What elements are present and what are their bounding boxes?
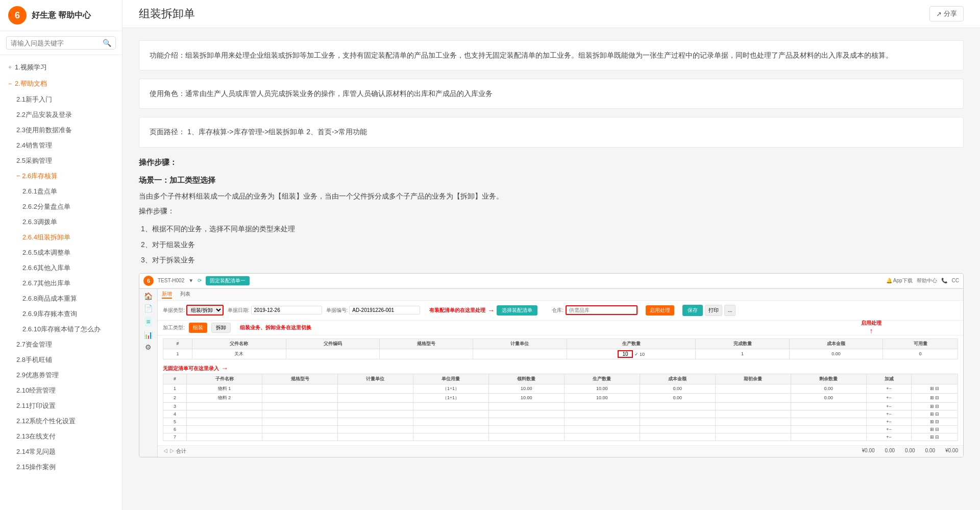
logo-icon: 6 xyxy=(8,6,27,25)
sidebar-item-system[interactable]: 2.12系统个性化设置 xyxy=(0,414,122,429)
ss-warehouse-field: 仓库: xyxy=(552,305,638,315)
sidebar-item-cost-adjust[interactable]: 2.6.5成本调整单 xyxy=(0,245,122,260)
ops-title: 操作步骤： xyxy=(139,158,964,167)
sidebar-item-finance[interactable]: 2.7资金管理 xyxy=(0,337,122,352)
sidebar-item-ledger-error[interactable]: 2.6.10库存账本错了怎么办 xyxy=(0,322,122,337)
table-row: 5+−⊞ ⊟ xyxy=(163,418,958,425)
footer-total1: ¥0.00 xyxy=(862,448,875,455)
btd-1: 1 xyxy=(163,384,187,393)
ss-nav-home[interactable]: 🏠 xyxy=(144,292,153,300)
annotation-noseries-arrow: ↓ xyxy=(220,367,228,370)
btd-name: 物料 1 xyxy=(187,384,262,393)
sidebar-item-sales[interactable]: 2.4销售管理 xyxy=(0,138,122,153)
sidebar-item-purchase[interactable]: 2.5采购管理 xyxy=(0,153,122,168)
table-row: 6+−⊞ ⊟ xyxy=(163,425,958,433)
sidebar-item-newbie[interactable]: 2.1新手入门 xyxy=(0,92,122,107)
table-row: 3+−⊞ ⊟ xyxy=(163,402,958,410)
ss-nav-list[interactable]: ≡ xyxy=(145,317,151,327)
btd-name2: 物料 2 xyxy=(187,393,262,402)
ss-confirm-btn[interactable]: 选择装配清单 xyxy=(497,305,537,315)
ss-warehouse-label: 仓库: xyxy=(552,307,564,314)
sidebar-item-install[interactable]: 2.2产品安装及登录 xyxy=(0,107,122,123)
ss-nav-doc[interactable]: 📄 xyxy=(144,304,153,312)
page-title: 组装拆卸单 xyxy=(139,6,195,21)
bth-remain: 剩余数量 xyxy=(791,374,866,384)
sidebar-item-transfer[interactable]: 2.6.3调拨单 xyxy=(0,214,122,230)
collapse-icon: − xyxy=(8,80,12,87)
sidebar-item-stocktake[interactable]: 2.6.1盘点单 xyxy=(0,184,122,199)
ss-type-assembly[interactable]: 组装 xyxy=(189,323,207,333)
sidebar-item-inventory[interactable]: − 2.6库存核算 xyxy=(0,168,122,184)
td-avail: 0 xyxy=(883,349,958,359)
table-row: 2 物料 2 （1÷1） 10.00 10.00 0.00 0.00 xyxy=(163,393,958,402)
ss-warehouse-input[interactable] xyxy=(566,305,638,315)
td-done: 1 xyxy=(696,349,789,359)
ss-more-btn[interactable]: ... xyxy=(724,305,736,316)
sidebar-item-partial-stocktake[interactable]: 2.6.2分量盘点单 xyxy=(0,199,122,214)
search-input[interactable] xyxy=(11,39,103,47)
td-1: 1 xyxy=(163,349,192,359)
footer-total3: 0.00 xyxy=(905,448,915,455)
screenshot-form-top: 单据类型: 组装/拆卸 单据日期: 单据编号: xyxy=(158,301,963,321)
annotation-handle-wrap: 启用处理 ↑ xyxy=(861,320,881,335)
ss-nav-settings[interactable]: ⚙ xyxy=(145,343,152,351)
sidebar-item-docs[interactable]: − 2.帮助文档 xyxy=(0,76,122,92)
table-row: 7+−⊞ ⊟ xyxy=(163,433,958,441)
sidebar-nav: + 1.视频学习 − 2.帮助文档 2.1新手入门 2.2产品安装及登录 2.3… xyxy=(0,55,122,510)
sidebar: 6 好生意 帮助中心 🔍 + 1.视频学习 − 2.帮助文档 2.1新手入门 xyxy=(0,0,122,510)
sidebar-item-faq[interactable]: 2.14常见问题 xyxy=(0,444,122,459)
ss-type-row-label: 加工类型: xyxy=(163,324,185,331)
nav-group-videos: + 1.视频学习 xyxy=(0,59,122,76)
ss-process-btn[interactable]: 启用处理 xyxy=(646,305,674,315)
sidebar-item-case[interactable]: 2.15操作案例 xyxy=(0,459,122,475)
table-row: 1 关木 ✓ 10 1 xyxy=(163,349,958,359)
sidebar-item-coupon[interactable]: 2.9优惠券管理 xyxy=(0,368,122,383)
topbar-series-btn[interactable]: 固定装配清单一 xyxy=(206,276,250,285)
th-prod-qty: 生产数量 xyxy=(567,338,696,349)
search-icon[interactable]: 🔍 xyxy=(103,39,111,47)
ops-label: 操作步骤： xyxy=(139,207,964,216)
scene1-para: 当由多个子件材料组装成一个成品的业务为【组装】业务，当由一个父件拆分成多个子产品… xyxy=(139,189,964,203)
bth-num: # xyxy=(163,374,187,384)
sidebar-header: 6 好生意 帮助中心 xyxy=(0,0,122,31)
topbar-dropdown-icon: ▼ xyxy=(188,278,193,283)
sidebar-search-area: 🔍 xyxy=(0,31,122,55)
ss-type-select[interactable]: 组装/拆卸 xyxy=(186,305,224,315)
ss-type-disassembly[interactable]: 拆卸 xyxy=(211,323,231,333)
sidebar-item-payment[interactable]: 2.13在线支付 xyxy=(0,429,122,444)
th-avail: 可用量 xyxy=(883,338,958,349)
sidebar-item-cost-recalc[interactable]: 2.6.8商品成本重算 xyxy=(0,291,122,306)
sidebar-item-other-in[interactable]: 2.6.6其他入库单 xyxy=(0,260,122,276)
path-text: 页面路径： 1、库存核算->库存管理->组装拆卸单 2、首页->常用功能 xyxy=(150,126,953,138)
td-prod-input[interactable] xyxy=(618,350,633,358)
ss-num-input[interactable] xyxy=(349,306,420,314)
ss-nav-chart[interactable]: 📊 xyxy=(144,331,153,339)
sidebar-item-ops[interactable]: 2.10经营管理 xyxy=(0,383,122,398)
topbar-refresh-icon: ⟳ xyxy=(198,278,202,283)
annotation-handle-text: 启用处理 xyxy=(861,320,881,327)
ss-annotation-series: 有装配清单的在这里处理 → 选择装配清单 xyxy=(429,305,537,315)
td-code xyxy=(286,349,379,359)
sidebar-item-ledger-query[interactable]: 2.6.9库存账本查询 xyxy=(0,306,122,322)
screenshot-type-row: 加工类型: 组装 拆卸 组装业务、拆卸业务在这里切换 启用处理 ↑ xyxy=(158,321,963,335)
ss-date-input[interactable] xyxy=(251,306,322,314)
ss-menu-list[interactable]: 列表 xyxy=(180,290,190,299)
annotation-series-text: 有装配清单的在这里处理 xyxy=(429,307,485,314)
ss-menu-new[interactable]: 新增 xyxy=(162,290,172,299)
ss-save-btn[interactable]: 保存 xyxy=(682,305,703,316)
ss-print-btn[interactable]: 打印 xyxy=(705,305,722,316)
sidebar-item-videos[interactable]: + 1.视频学习 xyxy=(0,59,122,76)
screenshot-body: 🏠 📄 ≡ 📊 ⚙ 新增 列表 单据类型: xyxy=(139,288,963,457)
footer-total5: ¥0.00 xyxy=(945,448,958,455)
sidebar-item-mobile[interactable]: 2.8手机旺铺 xyxy=(0,352,122,368)
sidebar-item-other-out[interactable]: 2.6.7其他出库单 xyxy=(0,276,122,291)
sidebar-item-assembly[interactable]: 2.6.4组装拆卸单 xyxy=(0,230,122,245)
screenshot-footer: ◁ ▷ 合计 ¥0.00 0.00 0.00 0.00 ¥0.00 xyxy=(158,445,963,457)
screenshot-topbar: 6 TEST-H002 ▼ ⟳ 固定装配清单一 🔔 App下载 帮助中心 📞 C… xyxy=(139,274,963,288)
bth-unit: 计量单位 xyxy=(337,374,413,384)
share-button[interactable]: ↗ 分享 xyxy=(929,6,964,21)
sidebar-item-data-prep[interactable]: 2.3使用前数据准备 xyxy=(0,123,122,138)
td-spec xyxy=(379,349,473,359)
sidebar-item-print[interactable]: 2.11打印设置 xyxy=(0,398,122,414)
footer-totals: ¥0.00 0.00 0.00 0.00 ¥0.00 xyxy=(862,448,958,455)
